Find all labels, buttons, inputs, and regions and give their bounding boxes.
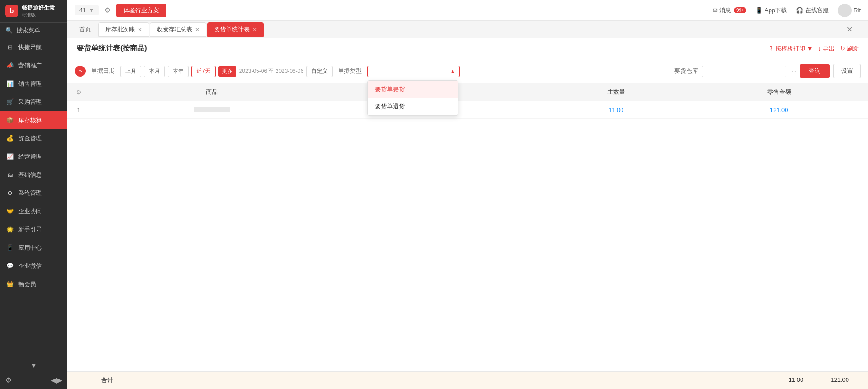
sidebar-item-purchase[interactable]: 🛒 采购管理 xyxy=(0,93,67,111)
collapse-icon[interactable]: ◀▶ xyxy=(51,376,62,384)
page-header: 要货单统计表(按商品) 🖨 按模板打印 ▼ ↓ 导出 ↻ 刷新 xyxy=(67,38,868,59)
column-settings-icon[interactable]: ⚙ xyxy=(76,89,82,96)
page-actions: 🖨 按模板打印 ▼ ↓ 导出 ↻ 刷新 xyxy=(768,45,859,53)
footer-label: 合计 xyxy=(96,376,118,384)
app-logo: b 畅捷通好生意 标准版 xyxy=(0,0,67,23)
type-dropdown-menu: 要货单要货 要货单退货 xyxy=(367,80,458,116)
tab-close-recv-summary[interactable]: ✕ xyxy=(195,26,200,33)
warehouse-input[interactable] xyxy=(702,66,786,77)
filter-expand-btn[interactable]: » xyxy=(75,66,86,77)
tab-close-all-btn[interactable]: ✕ xyxy=(847,25,853,34)
headset-icon: 🎧 xyxy=(796,7,803,14)
sidebar-item-basic[interactable]: 🗂 基础信息 xyxy=(0,166,67,184)
search-menu[interactable]: 🔍 搜索菜单 xyxy=(0,23,67,38)
settings-icon[interactable]: ⚙ xyxy=(5,376,12,384)
topbar: 41 ▼ ⚙ 体验行业方案 ✉ 消息 99+ 📱 App下载 🎧 在线客服 R xyxy=(67,0,868,21)
sidebar-item-finance[interactable]: 💰 资金管理 xyxy=(0,129,67,148)
logo-icon: b xyxy=(5,5,18,17)
sidebar-item-system[interactable]: ⚙ 系统管理 xyxy=(0,184,67,202)
table-footer: 合计 11.00 121.00 xyxy=(67,371,868,389)
tab-close-order-stats[interactable]: ✕ xyxy=(252,26,257,33)
filter-btn-more[interactable]: 更多 xyxy=(218,66,236,77)
chevron-up-icon: ▲ xyxy=(450,68,456,75)
refresh-icon: ↻ xyxy=(840,45,845,52)
nav-icon-wechat: 💬 xyxy=(5,261,15,271)
nav-icon-member: 👑 xyxy=(5,280,15,289)
tab-home[interactable]: 首页 xyxy=(73,23,98,36)
sidebar-item-member[interactable]: 👑 畅会员 xyxy=(0,275,67,293)
sidebar-scroll-down[interactable]: ▼ xyxy=(0,360,67,371)
sidebar-item-wechat[interactable]: 💬 企业微信 xyxy=(0,257,67,275)
msg-icon: ✉ xyxy=(713,7,718,14)
sidebar-item-appcenter[interactable]: 📱 应用中心 xyxy=(0,239,67,257)
sidebar: b 畅捷通好生意 标准版 🔍 搜索菜单 ⊞ 快捷导航 📣 营销推广 📊 销售管理… xyxy=(0,0,67,389)
table-header-row: ⚙ 商品 主计量单位 主数量 零售金额 xyxy=(67,83,868,101)
sidebar-item-inventory[interactable]: 📦 库存核算 xyxy=(0,111,67,129)
type-label: 单据类型 xyxy=(338,67,362,75)
tabbar-actions: ✕ ⛶ xyxy=(847,25,863,34)
msg-item[interactable]: ✉ 消息 99+ xyxy=(713,6,746,15)
cell-retail-amount[interactable]: 121.00 xyxy=(690,101,868,119)
topbar-gear-icon[interactable]: ⚙ xyxy=(104,6,111,15)
date-label: 单据日期 xyxy=(91,67,115,75)
tab-fullscreen-btn[interactable]: ⛶ xyxy=(855,25,863,34)
table-body: 1 块 11.00 121.00 xyxy=(67,101,868,119)
filter-type-select[interactable]: ▲ xyxy=(367,66,460,77)
sidebar-item-guide[interactable]: 🌟 新手引导 xyxy=(0,220,67,239)
tab-recv-summary[interactable]: 收发存汇总表 ✕ xyxy=(150,22,206,37)
filter-bar: » 单据日期 上月 本月 本年 近7天 更多 2023-05-06 至 2023… xyxy=(67,59,868,83)
nav-icon-appcenter: 📱 xyxy=(5,243,15,252)
sidebar-item-marketing[interactable]: 📣 营销推广 xyxy=(0,56,67,75)
sidebar-bottom: ⚙ ◀▶ xyxy=(0,371,67,389)
msg-badge: 99+ xyxy=(734,7,746,13)
dropdown-item-order-goods[interactable]: 要货单要货 xyxy=(368,81,458,98)
tab-close-inventory-batch[interactable]: ✕ xyxy=(138,26,142,33)
col-main-qty: 主数量 xyxy=(542,83,690,101)
footer-retail-amount: 121.00 xyxy=(817,376,863,384)
avatar xyxy=(838,4,852,17)
logo-text: 畅捷通好生意 标准版 xyxy=(22,5,55,18)
query-btn[interactable]: 查询 xyxy=(800,64,830,78)
refresh-btn[interactable]: ↻ 刷新 xyxy=(840,45,859,53)
filter-btn-last-month[interactable]: 上月 xyxy=(120,66,141,77)
filter-type-input[interactable] xyxy=(371,68,448,75)
trial-btn[interactable]: 体验行业方案 xyxy=(116,4,166,17)
filter-btn-this-year[interactable]: 本年 xyxy=(168,66,189,77)
store-selector[interactable]: 41 ▼ xyxy=(75,5,99,15)
setting-btn[interactable]: 设置 xyxy=(833,64,861,78)
nav-icon-marketing: 📣 xyxy=(5,61,15,70)
table-row: 1 块 11.00 121.00 xyxy=(67,101,868,119)
nav-icon-system: ⚙ xyxy=(5,189,15,198)
tab-order-stats[interactable]: 要货单统计表 ✕ xyxy=(207,22,264,37)
warehouse-label: 要货仓库 xyxy=(674,67,698,75)
sidebar-item-operations[interactable]: 📈 经营管理 xyxy=(0,148,67,166)
service-item[interactable]: 🎧 在线客服 xyxy=(796,6,829,15)
topbar-left: 41 ▼ ⚙ 体验行业方案 xyxy=(75,4,713,17)
tab-inventory-batch[interactable]: 库存批次账 ✕ xyxy=(98,22,149,37)
filter-btn-this-month[interactable]: 本月 xyxy=(144,66,165,77)
dropdown-item-order-return[interactable]: 要货单退货 xyxy=(368,98,458,115)
filter-btn-last-7days[interactable]: 近7天 xyxy=(191,66,216,77)
phone-icon: 📱 xyxy=(755,7,763,14)
sidebar-item-enterprise[interactable]: 🤝 企业协同 xyxy=(0,202,67,220)
nav-icon-operations: 📈 xyxy=(5,152,15,161)
nav-icon-guide: 🌟 xyxy=(5,225,15,234)
filter-more-icon[interactable]: ··· xyxy=(790,67,796,75)
export-btn[interactable]: ↓ 导出 xyxy=(818,45,835,53)
export-icon: ↓ xyxy=(818,45,822,52)
col-settings: ⚙ xyxy=(67,83,90,101)
print-btn[interactable]: 🖨 按模板打印 ▼ xyxy=(768,45,813,53)
filter-warehouse-group: 要货仓库 ··· 查询 设置 xyxy=(674,64,861,78)
sidebar-item-sales[interactable]: 📊 销售管理 xyxy=(0,75,67,93)
cell-main-qty[interactable]: 11.00 xyxy=(542,101,690,119)
filter-custom-btn[interactable]: 自定义 xyxy=(306,66,333,77)
filter-date-group: 上月 本月 本年 近7天 更多 2023-05-06 至 2023-06-06 … xyxy=(120,66,333,77)
nav-icon-sales: 📊 xyxy=(5,79,15,88)
tabbar: 首页 库存批次账 ✕ 收发存汇总表 ✕ 要货单统计表 ✕ ✕ ⛶ xyxy=(67,21,868,38)
app-download-item[interactable]: 📱 App下载 xyxy=(755,6,787,15)
sidebar-item-quick-nav[interactable]: ⊞ 快捷导航 xyxy=(0,38,67,56)
user-name: Rit xyxy=(853,7,861,14)
user-item[interactable]: Rit xyxy=(838,4,861,17)
main-area: 41 ▼ ⚙ 体验行业方案 ✉ 消息 99+ 📱 App下载 🎧 在线客服 R xyxy=(67,0,868,389)
page-content: 要货单统计表(按商品) 🖨 按模板打印 ▼ ↓ 导出 ↻ 刷新 xyxy=(67,38,868,389)
